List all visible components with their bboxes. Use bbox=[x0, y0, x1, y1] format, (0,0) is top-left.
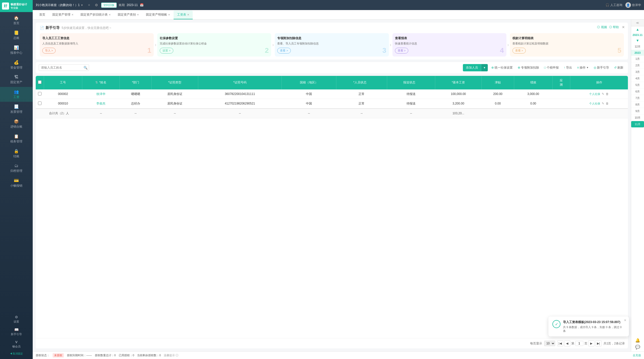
wizard-help-btn[interactable]: ◎ 帮助 bbox=[609, 25, 619, 29]
user-menu[interactable]: 👤 徐泽华 bbox=[625, 2, 641, 8]
calendar-side-icon2[interactable]: 💬 bbox=[635, 345, 640, 349]
tab-assets-mgmt[interactable]: 固定资产管理 ✕ bbox=[49, 11, 77, 19]
tab-assets-type[interactable]: 固定资产类别 ✕ bbox=[114, 11, 142, 19]
prev-page-btn[interactable]: ◀ bbox=[564, 340, 570, 346]
report-status-filter-icon[interactable]: ▼ bbox=[416, 81, 419, 84]
tab-assets-detail[interactable]: 固定资产明细账 ✕ bbox=[142, 11, 174, 19]
close-tab-payroll[interactable]: ✕ bbox=[187, 13, 189, 16]
row1-social-insurance-link[interactable]: 个人社保 bbox=[589, 92, 600, 96]
calendar-month-1[interactable]: 1月 bbox=[631, 56, 644, 62]
sidebar-item-archive[interactable]: 🗂 归档管理 bbox=[0, 161, 33, 176]
summary-status: -- bbox=[336, 109, 387, 118]
last-page-btn[interactable]: ▶| bbox=[595, 340, 601, 346]
wizard-video-btn[interactable]: ◎ 视频 bbox=[597, 25, 607, 29]
calendar-side-icon1[interactable]: 🔔 bbox=[635, 338, 640, 343]
close-tab-assets-detail[interactable]: ✕ bbox=[168, 13, 170, 16]
page-input[interactable] bbox=[575, 341, 583, 346]
refresh-btn[interactable]: ↺ 刷新 bbox=[613, 65, 625, 71]
close-tab-assets-mgmt[interactable]: ✕ bbox=[71, 13, 73, 16]
calendar-month-8[interactable]: 8月 bbox=[631, 101, 644, 108]
row1-checkbox[interactable] bbox=[38, 92, 42, 95]
select-all-checkbox[interactable] bbox=[38, 80, 42, 84]
auth-status-badge: 未授权 bbox=[53, 353, 64, 357]
calendar-month-5[interactable]: 5月 bbox=[631, 82, 644, 88]
sidebar-item-close[interactable]: 🔒 结账 bbox=[0, 146, 33, 161]
table-scroll[interactable]: 工号 ⇅ *姓名 *部门 *证照类型 *证照号码 国籍（地区） bbox=[36, 76, 628, 338]
sidebar-item-member[interactable]: V 畅会员 bbox=[0, 338, 33, 350]
sidebar-item-inventory[interactable]: 📦 进销台账 bbox=[0, 117, 33, 131]
wizard-step5-btn[interactable]: 查看 > bbox=[512, 48, 526, 54]
tax-report-btn[interactable]: □ 个税申报 bbox=[543, 65, 560, 71]
calendar-icon[interactable]: 📅 bbox=[140, 3, 144, 7]
guide-btn[interactable]: ◎ 新手引导 bbox=[592, 65, 611, 71]
switch-version-btn[interactable]: 切到旧版 bbox=[101, 3, 117, 8]
panel-collapse-icon[interactable]: ≪ bbox=[636, 21, 639, 25]
add-account-btn[interactable]: ＋ bbox=[86, 2, 92, 8]
calendar-month-10[interactable]: 10月 bbox=[631, 115, 644, 121]
wizard-steps: 导入员工工工资信息 人员信息及工资数据新增导入 导入 > 1 › 社保参数设置 … bbox=[40, 33, 624, 57]
search-input[interactable] bbox=[39, 64, 89, 71]
calendar-month-12[interactable]: 12月 bbox=[631, 43, 644, 50]
calendar-month-7[interactable]: 7月 bbox=[631, 95, 644, 101]
calendar-month-6[interactable]: 6月 bbox=[631, 88, 644, 95]
inventory-icon: 📦 bbox=[14, 119, 19, 124]
wizard-step2-btn[interactable]: 设置 > bbox=[160, 48, 173, 54]
calendar-month-2[interactable]: 2月 bbox=[631, 62, 644, 69]
calendar-month-9[interactable]: 9月 bbox=[631, 108, 644, 115]
row2-social-insurance-link[interactable]: 个人社保 bbox=[589, 102, 600, 106]
tab-home[interactable]: 首页 bbox=[36, 11, 49, 19]
tab-assets-deprec[interactable]: 固定资产折旧统计表 ✕ bbox=[77, 11, 114, 19]
wizard-step1-btn[interactable]: 导入 > bbox=[42, 48, 56, 54]
sort-icon[interactable]: ⇅ bbox=[95, 81, 98, 84]
search-icon[interactable]: 🔍 bbox=[84, 66, 88, 70]
sidebar-item-settings[interactable]: ⚙ 设置 bbox=[0, 313, 33, 326]
wizard-step3-btn[interactable]: 查看 > bbox=[277, 48, 291, 54]
export-btn[interactable]: ↑ 导出 bbox=[562, 65, 574, 71]
next-page-btn[interactable]: ▶ bbox=[588, 340, 594, 346]
first-page-btn[interactable]: |◀ bbox=[557, 340, 563, 346]
calendar-month-11[interactable]: 11月 bbox=[631, 121, 644, 128]
sidebar-item-tax[interactable]: 📋 税务管理 bbox=[0, 131, 33, 146]
social-insurance-btn[interactable]: ⊕ 统一社保设置 bbox=[490, 65, 514, 71]
col-status: *人员状态 ▼ bbox=[336, 76, 387, 89]
wizard-step4-btn[interactable]: 查看 > bbox=[395, 48, 408, 54]
actions-dropdown-btn[interactable]: ≡ 操作 ▼ bbox=[576, 65, 590, 71]
sidebar-item-ledger[interactable]: 📒 总账 bbox=[0, 28, 33, 43]
page-size-select[interactable]: 10 20 50 bbox=[544, 341, 555, 346]
row2-delete-icon[interactable]: 🗑 bbox=[606, 102, 609, 105]
row1-delete-icon[interactable]: 🗑 bbox=[606, 92, 609, 96]
prev-year-btn[interactable]: ▲ bbox=[636, 27, 639, 31]
sidebar-item-funds[interactable]: 💰 资金管理 bbox=[0, 58, 33, 72]
status-filter-icon[interactable]: ▼ bbox=[368, 81, 370, 84]
add-person-btn[interactable]: 添加人员 bbox=[463, 64, 481, 71]
calendar-year-2023[interactable]: 2023 bbox=[631, 50, 644, 56]
account-selector[interactable]: 刘小艳演示账套（勿删勿动！）1 ▼ bbox=[36, 3, 83, 7]
row2-name[interactable]: 李俊杰 bbox=[82, 99, 120, 109]
sidebar-item-invoices[interactable]: 📃 发票管理 bbox=[0, 102, 33, 117]
sidebar-item-payroll[interactable]: 👥 工资 bbox=[0, 87, 33, 102]
close-tab-assets-deprec[interactable]: ✕ bbox=[109, 13, 111, 16]
sidebar-item-expense[interactable]: 💳 小畅报销 bbox=[0, 176, 33, 190]
row2-edit-icon[interactable]: ✎ bbox=[602, 102, 604, 105]
close-tab-assets-type[interactable]: ✕ bbox=[137, 13, 139, 16]
unpin-button[interactable]: ◀ 取消固定 bbox=[0, 350, 33, 357]
sidebar-item-home[interactable]: 🏠 首页 bbox=[0, 13, 33, 28]
help-btn[interactable]: 🎧 人工咨询 bbox=[606, 3, 622, 7]
tab-payroll[interactable]: 工资表 ✕ bbox=[174, 11, 193, 19]
settings-btn[interactable]: ⚙ bbox=[94, 3, 99, 8]
toast-close-btn[interactable]: ✕ bbox=[624, 319, 626, 322]
row2-checkbox[interactable] bbox=[38, 101, 42, 105]
wizard-close-btn[interactable]: ✕ bbox=[622, 25, 625, 29]
add-person-dropdown-btn[interactable]: ▼ bbox=[481, 64, 488, 71]
charge-link[interactable]: 去充值 bbox=[633, 353, 641, 357]
next-year-btn[interactable]: ▼ bbox=[636, 38, 639, 42]
warning-label[interactable]: 温馨提示 ⓘ bbox=[164, 353, 178, 357]
sidebar-item-guide[interactable]: 📖 新手引导 bbox=[0, 326, 33, 338]
calendar-month-4[interactable]: 4月 bbox=[631, 75, 644, 82]
sidebar-item-reports[interactable]: 📊 报表中心 bbox=[0, 43, 33, 58]
row1-edit-icon[interactable]: ✎ bbox=[602, 92, 604, 96]
row1-name[interactable]: 徐泽华 bbox=[82, 89, 120, 99]
extra-deduct-btn[interactable]: ⊕ 专项附加扣除 bbox=[516, 65, 541, 71]
calendar-month-3[interactable]: 3月 bbox=[631, 69, 644, 75]
sidebar-item-assets[interactable]: 🏗 固定资产 bbox=[0, 72, 33, 87]
